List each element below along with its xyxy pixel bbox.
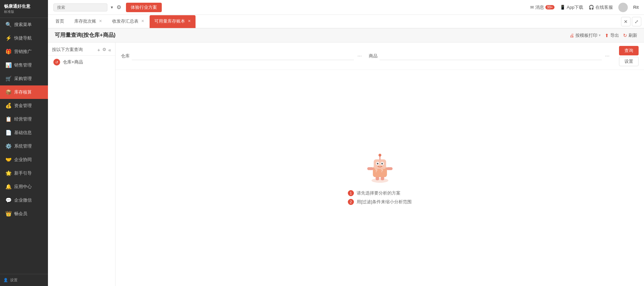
goods-more-btn[interactable]: ··· <box>604 53 611 59</box>
svg-point-14 <box>378 154 381 156</box>
warehouse-goods-icon: ↺ <box>53 59 60 66</box>
footer-icon: 👤 <box>3 278 8 282</box>
page-header: 可用量查询(按仓库+商品) 🖨 按模板打印 ▾ ⬆ 导出 ↻ 刷新 <box>48 28 644 43</box>
export-icon: ⬆ <box>605 33 609 38</box>
tab-close-batch[interactable]: ✕ <box>99 19 102 23</box>
message-icon: ✉ <box>530 5 534 10</box>
sidebar-brand: 畅康通好生意 <box>4 3 44 9</box>
content-area: 按以下方案查询 + ⚙ « ↺ 仓库+商品 仓库 ··· <box>48 43 644 286</box>
filter-panel-header: 按以下方案查询 + ⚙ « <box>48 47 115 56</box>
svg-point-0 <box>371 178 388 183</box>
user-name: Rit <box>633 5 639 10</box>
user-avatar[interactable] <box>618 3 628 12</box>
filter-item-warehouse-goods[interactable]: ↺ 仓库+商品 <box>48 56 115 69</box>
query-toolbar: 仓库 ··· 商品 ··· 查询 设置 <box>115 43 644 70</box>
search-input[interactable] <box>53 3 107 11</box>
messages-btn[interactable]: ✉ 消息 99+ <box>530 4 555 10</box>
sidebar-item-sales[interactable]: 📊销售管理 <box>0 58 48 72</box>
sidebar-item-finance[interactable]: 💰资金管理 <box>0 99 48 112</box>
tab-summary[interactable]: 收发存汇总表✕ <box>107 15 149 28</box>
sidebar-footer: 👤 设置 <box>0 274 48 286</box>
tab-label-batch: 库存批次账 <box>74 18 96 24</box>
sidebar-item-search[interactable]: 🔍搜索菜单 <box>0 18 48 31</box>
empty-illustration: ? ? <box>363 151 397 185</box>
tab-home[interactable]: 首页 <box>51 15 69 28</box>
dropdown-arrow-icon[interactable]: ▾ <box>111 5 113 10</box>
tab-close-summary[interactable]: ✕ <box>141 19 144 23</box>
online-service-btn[interactable]: 🎧 在线客服 <box>589 4 613 10</box>
sidebar-item-member[interactable]: 👑畅会员 <box>0 207 48 220</box>
settings-scheme-btn[interactable]: ⚙ <box>102 47 106 53</box>
sidebar-item-wechat[interactable]: 💬企业微信 <box>0 193 48 207</box>
sidebar: 畅康通好生意 标准版 🔍搜索菜单⚡快捷导航🎁营销推广📊销售管理🛒采购管理📦库存核… <box>0 0 48 286</box>
empty-state: ? ? 1 请先选择要分析的方案 2 用[过滤]条件来缩小分析范围 <box>115 70 644 286</box>
finance-icon: 💰 <box>5 103 11 109</box>
member-icon: 👑 <box>5 211 11 217</box>
sales-icon: 📊 <box>5 62 11 68</box>
footer-text: 设置 <box>10 278 18 283</box>
expand-tab-btn[interactable]: ⤢ <box>632 17 641 26</box>
svg-rect-5 <box>386 167 392 170</box>
print-btn[interactable]: 🖨 按模板打印 ▾ <box>569 32 601 38</box>
topbar-right: ✉ 消息 99+ 📱 App下载 🎧 在线客服 Rit <box>530 3 639 12</box>
tab-label-available: 可用量库存账本 <box>154 18 185 24</box>
close-tab-btn[interactable]: ✕ <box>621 17 630 26</box>
topbar: ▾ ⚙ 体验行业方案 ✉ 消息 99+ 📱 App下载 🎧 在线客服 Rit <box>48 0 644 15</box>
tip-text-2: 用[过滤]条件来缩小分析范围 <box>357 199 412 205</box>
svg-rect-6 <box>373 159 386 169</box>
app-download-btn[interactable]: 📱 App下载 <box>560 4 583 10</box>
print-dropdown-icon[interactable]: ▾ <box>599 33 601 37</box>
svg-text:?: ? <box>375 168 378 173</box>
shortcut-icon: ⚡ <box>5 35 11 41</box>
trial-btn[interactable]: 体验行业方案 <box>126 3 162 12</box>
filter-panel-title: 按以下方案查询 <box>52 47 83 53</box>
query-button[interactable]: 查询 <box>619 46 639 55</box>
warehouse-more-btn[interactable]: ··· <box>356 53 363 59</box>
sidebar-item-inventory[interactable]: 📦库存核算 <box>0 85 48 99</box>
inventory-icon: 📦 <box>5 89 11 95</box>
sidebar-item-purchase[interactable]: 🛒采购管理 <box>0 72 48 85</box>
goods-input[interactable] <box>380 52 602 60</box>
sidebar-scroll: 🔍搜索菜单⚡快捷导航🎁营销推广📊销售管理🛒采购管理📦库存核算💰资金管理📋经营管理… <box>0 18 48 274</box>
add-scheme-btn[interactable]: + <box>97 47 100 53</box>
empty-tips: 1 请先选择要分析的方案 2 用[过滤]条件来缩小分析范围 <box>348 190 412 205</box>
headset-icon: 🎧 <box>589 5 594 10</box>
goods-label: 商品 <box>369 53 378 59</box>
query-actions: 查询 设置 <box>619 46 639 66</box>
print-icon: 🖨 <box>569 33 574 38</box>
sidebar-item-enterprise[interactable]: 🤝企业协同 <box>0 153 48 166</box>
tab-batch[interactable]: 库存批次账✕ <box>70 15 107 28</box>
tip-num-1: 1 <box>348 190 354 196</box>
gear-icon[interactable]: ⚙ <box>117 4 121 10</box>
sidebar-item-marketing[interactable]: 🎁营销推广 <box>0 45 48 58</box>
sidebar-item-appstore[interactable]: 🔔应用中心 <box>0 180 48 193</box>
search-icon: 🔍 <box>5 22 11 28</box>
sidebar-item-label: 企业协同 <box>14 157 32 163</box>
robot-svg: ? ? <box>363 151 397 185</box>
tab-available[interactable]: 可用量库存账本✕ <box>150 15 196 28</box>
page-header-actions: 🖨 按模板打印 ▾ ⬆ 导出 ↻ 刷新 <box>569 32 637 38</box>
sidebar-item-system[interactable]: ⚙️系统管理 <box>0 139 48 153</box>
sidebar-item-label: 畅会员 <box>14 211 27 217</box>
collapse-panel-btn[interactable]: « <box>108 47 111 53</box>
sidebar-item-shortcut[interactable]: ⚡快捷导航 <box>0 31 48 45</box>
sidebar-item-label: 资金管理 <box>14 103 32 109</box>
messages-badge: 99+ <box>545 5 555 9</box>
tab-close-available[interactable]: ✕ <box>188 19 191 23</box>
tab-label-summary: 收发存汇总表 <box>112 18 138 24</box>
wechat-icon: 💬 <box>5 197 11 203</box>
purchase-icon: 🛒 <box>5 76 11 82</box>
query-area: 仓库 ··· 商品 ··· 查询 设置 <box>115 43 644 286</box>
sidebar-item-basic[interactable]: 📄基础信息 <box>0 126 48 139</box>
svg-rect-13 <box>379 156 380 160</box>
setting-button[interactable]: 设置 <box>619 57 639 66</box>
export-btn[interactable]: ⬆ 导出 <box>605 32 619 38</box>
warehouse-input[interactable] <box>132 52 354 60</box>
sidebar-item-operation[interactable]: 📋经营管理 <box>0 112 48 126</box>
warehouse-label: 仓库 <box>121 53 130 59</box>
sidebar-item-label: 快捷导航 <box>14 35 32 41</box>
tabs-bar: 首页库存批次账✕收发存汇总表✕可用量库存账本✕ ✕ ⤢ <box>48 15 644 28</box>
sidebar-item-guide[interactable]: 🌟新手引导 <box>0 166 48 180</box>
refresh-btn[interactable]: ↻ 刷新 <box>623 32 637 38</box>
sidebar-item-label: 系统管理 <box>14 143 32 149</box>
